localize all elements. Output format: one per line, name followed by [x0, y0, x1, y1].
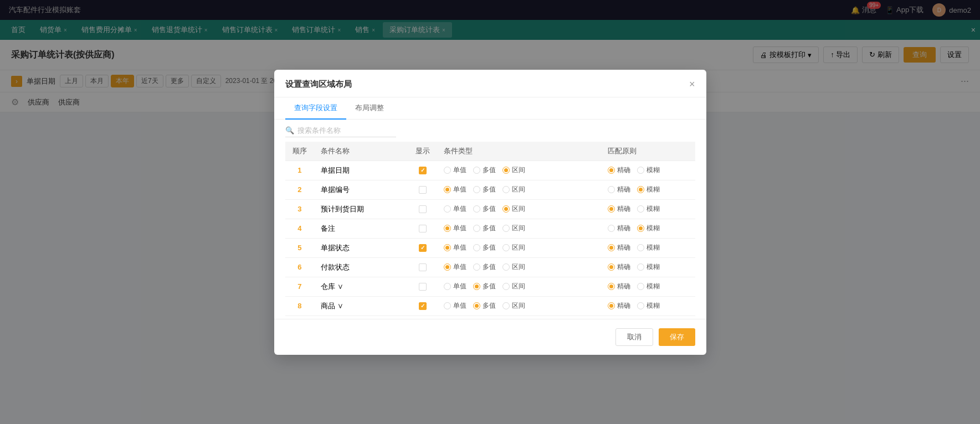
cond-type-option[interactable]: 多值 — [473, 224, 496, 233]
cond-type-option[interactable]: 单值 — [444, 204, 466, 214]
match-rule-option[interactable]: 精确 — [608, 262, 630, 272]
cond-type-option[interactable]: 区间 — [502, 262, 525, 272]
cond-type-option[interactable]: 区间 — [502, 204, 525, 214]
cond-type-option[interactable]: 单值 — [444, 262, 466, 272]
cond-type-option[interactable]: 单值 — [444, 243, 466, 252]
row-order: 8 — [285, 296, 315, 316]
display-checkbox[interactable] — [419, 302, 427, 310]
row-order: 2 — [285, 180, 315, 199]
modal-close-button[interactable]: × — [689, 79, 695, 90]
row-cond-type-cell: 单值多值区间 — [437, 161, 601, 180]
radio-circle — [444, 263, 451, 271]
display-checkbox[interactable] — [419, 225, 427, 232]
table-row: 7仓库 ∨单值多值区间精确模糊 — [285, 277, 695, 296]
radio-label: 精确 — [617, 262, 630, 272]
match-rule-option[interactable]: 模糊 — [637, 224, 660, 233]
radio-label: 模糊 — [647, 243, 660, 252]
radio-label: 模糊 — [647, 224, 660, 233]
cond-type-option[interactable]: 单值 — [444, 301, 466, 311]
radio-circle — [444, 186, 451, 193]
cond-type-option[interactable]: 单值 — [444, 282, 466, 291]
radio-circle — [444, 283, 451, 290]
match-rule-option[interactable]: 精确 — [608, 243, 630, 252]
row-cond-type-cell: 单值多值区间 — [437, 199, 601, 219]
cond-type-option[interactable]: 多值 — [473, 243, 496, 252]
cond-type-option[interactable]: 区间 — [502, 166, 525, 175]
row-match-rule-cell: 精确模糊 — [601, 296, 695, 316]
cond-type-option[interactable]: 单值 — [444, 166, 466, 175]
cond-type-option[interactable]: 区间 — [502, 282, 525, 291]
row-cond-type-cell: 单值多值区间 — [437, 238, 601, 257]
radio-label: 单值 — [453, 243, 466, 252]
modal-dialog: 设置查询区域布局 × 查询字段设置 布局调整 🔍 顺序 — [274, 70, 706, 355]
radio-label: 单值 — [453, 301, 466, 311]
row-name: 商品 ∨ — [314, 296, 408, 316]
cond-type-option[interactable]: 区间 — [502, 301, 525, 311]
cond-type-option[interactable]: 单值 — [444, 224, 466, 233]
match-rule-option[interactable]: 模糊 — [637, 262, 660, 272]
radio-circle — [637, 244, 644, 251]
radio-label: 精确 — [617, 185, 630, 194]
radio-label: 单值 — [453, 224, 466, 233]
row-order: 6 — [285, 257, 315, 277]
radio-circle — [637, 225, 644, 232]
match-rule-option[interactable]: 精确 — [608, 282, 630, 291]
display-checkbox[interactable] — [419, 283, 427, 291]
radio-label: 多值 — [483, 185, 496, 194]
table-row: 5单据状态单值多值区间精确模糊 — [285, 238, 695, 257]
radio-label: 多值 — [483, 224, 496, 233]
cond-type-option[interactable]: 区间 — [502, 224, 525, 233]
display-checkbox[interactable] — [419, 167, 427, 174]
row-name: 单据编号 — [314, 180, 408, 199]
radio-circle — [608, 167, 615, 174]
cond-type-option[interactable]: 多值 — [473, 301, 496, 311]
match-rule-option[interactable]: 精确 — [608, 204, 630, 214]
match-rule-option[interactable]: 模糊 — [637, 185, 660, 194]
radio-label: 单值 — [453, 185, 466, 194]
match-rule-option[interactable]: 模糊 — [637, 204, 660, 214]
table-row: 4备注单值多值区间精确模糊 — [285, 219, 695, 238]
cond-type-option[interactable]: 多值 — [473, 166, 496, 175]
match-rule-option[interactable]: 精确 — [608, 224, 630, 233]
radio-circle — [608, 263, 615, 271]
radio-label: 区间 — [512, 301, 525, 311]
tab-layout-adjust[interactable]: 布局调整 — [346, 97, 393, 120]
match-rule-option[interactable]: 模糊 — [637, 243, 660, 252]
radio-circle — [502, 302, 510, 309]
display-checkbox[interactable] — [419, 263, 427, 271]
cond-type-option[interactable]: 区间 — [502, 243, 525, 252]
row-order: 4 — [285, 219, 315, 238]
cond-type-option[interactable]: 多值 — [473, 262, 496, 272]
match-rule-option[interactable]: 模糊 — [637, 282, 660, 291]
cond-type-option[interactable]: 单值 — [444, 185, 466, 194]
display-checkbox[interactable] — [419, 205, 427, 213]
radio-circle — [502, 167, 510, 174]
radio-circle — [473, 167, 480, 174]
display-checkbox[interactable] — [419, 244, 427, 252]
search-input[interactable] — [297, 126, 386, 135]
match-rule-option[interactable]: 模糊 — [637, 301, 660, 311]
row-name: 单据状态 — [314, 238, 408, 257]
tab-query-fields[interactable]: 查询字段设置 — [285, 97, 346, 120]
display-checkbox[interactable] — [419, 186, 427, 194]
row-display-cell — [408, 219, 437, 238]
match-rule-option[interactable]: 精确 — [608, 301, 630, 311]
cond-type-option[interactable]: 区间 — [502, 185, 525, 194]
row-match-rule-cell: 精确模糊 — [601, 238, 695, 257]
radio-circle — [473, 244, 480, 251]
cancel-button[interactable]: 取消 — [615, 328, 653, 346]
cond-type-option[interactable]: 多值 — [473, 204, 496, 214]
col-match-rule: 匹配原则 — [601, 142, 695, 161]
row-display-cell — [408, 180, 437, 199]
match-rule-option[interactable]: 模糊 — [637, 166, 660, 175]
radio-circle — [502, 283, 510, 290]
match-rule-option[interactable]: 精确 — [608, 166, 630, 175]
radio-circle — [502, 205, 510, 213]
match-rule-option[interactable]: 精确 — [608, 185, 630, 194]
modal-overlay: 设置查询区域布局 × 查询字段设置 布局调整 🔍 顺序 — [0, 0, 980, 424]
cond-type-option[interactable]: 多值 — [473, 185, 496, 194]
row-display-cell — [408, 199, 437, 219]
radio-circle — [637, 186, 644, 193]
save-button[interactable]: 保存 — [659, 328, 695, 346]
cond-type-option[interactable]: 多值 — [473, 282, 496, 291]
